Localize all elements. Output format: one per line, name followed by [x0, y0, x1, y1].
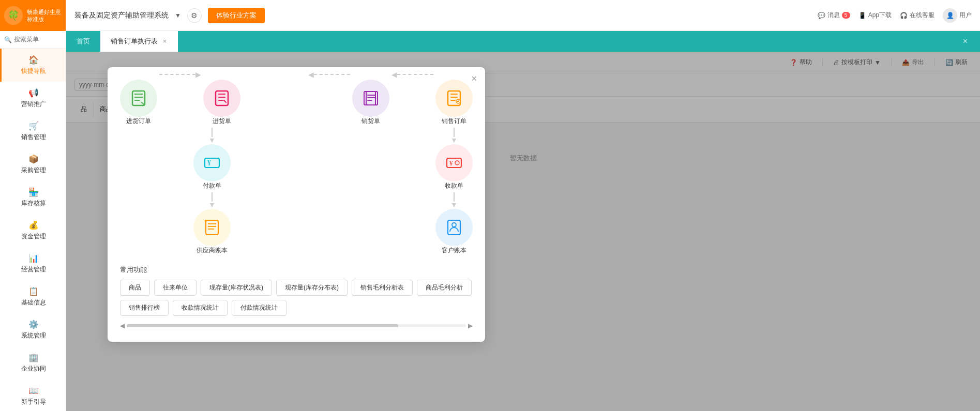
flow-diagram: 进货订单 ▶ — [120, 80, 473, 255]
sales-icon: 🛒 — [28, 121, 39, 131]
arrow-down-customer: ▼ — [435, 192, 473, 209]
tabbar: 首页 销售订单执行表 × × — [66, 31, 980, 52]
receipt-label: 收款单 — [445, 181, 463, 190]
flow-col-customer-ledger: 客户账本 — [435, 209, 473, 255]
scroll-right-btn[interactable]: ▶ — [468, 322, 473, 329]
receipt-icon[interactable]: ¥ — [435, 144, 473, 181]
btn-sales-profit[interactable]: 销售毛利分析表 — [352, 280, 413, 296]
payment-icon[interactable]: ¥ — [193, 144, 231, 181]
sidebar-item-enterprise[interactable]: 🏢 企业协同 — [0, 346, 66, 379]
online-service-btn[interactable]: 🎧 在线客服 — [900, 11, 934, 20]
sales-bill-label: 销货单 — [361, 117, 380, 126]
tab-home[interactable]: 首页 — [66, 31, 100, 52]
content-area: ❓ 帮助 🖨 按模板打印 ▼ 📤 导出 🔄 刷新 — [66, 52, 980, 411]
arrow-down-receipt: ▼ — [435, 128, 473, 144]
purchase-bill-icon[interactable] — [203, 80, 240, 117]
user-menu[interactable]: 👤 用户 — [943, 8, 972, 23]
topbar: 装备及固定资产辅助管理系统 ▼ ⚙ 体验行业方案 💬 消息 5 📱 App下载 … — [66, 0, 980, 31]
purchase-icon: 📦 — [28, 154, 39, 164]
svg-point-13 — [455, 161, 459, 165]
common-functions-title: 常用功能 — [120, 265, 473, 275]
flow-col-receipt: ¥ 收款单 — [435, 144, 473, 190]
customer-ledger-icon[interactable] — [435, 209, 473, 246]
scroll-left-btn[interactable]: ◀ — [120, 322, 125, 329]
purchase-bill-label: 进货单 — [213, 117, 231, 126]
svg-point-19 — [452, 223, 456, 227]
download-icon: 📱 — [858, 12, 866, 19]
modal-overlay: × 进货订单 — [66, 52, 980, 411]
home-icon: 🏠 — [28, 55, 39, 65]
supplier-ledger-label: 供应商账本 — [197, 246, 228, 255]
trial-btn[interactable]: 体验行业方案 — [208, 8, 265, 23]
sales-order-icon[interactable] — [435, 80, 473, 117]
sales-bill-icon[interactable] — [352, 80, 389, 117]
common-functions: 常用功能 商品 往来单位 现存量(库存状况表) 现存量(库存分布表) 销售毛利分… — [120, 265, 473, 316]
btn-sales-ranking[interactable]: 销售排行榜 — [120, 300, 169, 316]
sidebar-item-quick-nav[interactable]: 🏠 快捷导航 — [0, 49, 66, 82]
basic-info-icon: 📋 — [28, 286, 39, 296]
arrow-down-payment: ▼ — [193, 128, 231, 144]
customer-ledger-label: 客户账本 — [442, 246, 466, 255]
sidebar-item-new-user[interactable]: 📖 新手引导 — [0, 379, 66, 411]
enterprise-icon: 🏢 — [28, 353, 39, 362]
common-btns-row1: 商品 往来单位 现存量(库存状况表) 现存量(库存分布表) 销售毛利分析表 商品… — [120, 280, 473, 296]
modal-scrollbar: ◀ ▶ — [120, 322, 473, 329]
main-content: 装备及固定资产辅助管理系统 ▼ ⚙ 体验行业方案 💬 消息 5 📱 App下载 … — [66, 0, 980, 411]
svg-text:¥: ¥ — [207, 159, 211, 167]
sidebar-search[interactable]: 🔍 搜索菜单 — [0, 31, 66, 49]
message-icon: 💬 — [818, 12, 825, 19]
sidebar-item-sales[interactable]: 🛒 销售管理 — [0, 115, 66, 148]
svg-text:¥: ¥ — [449, 159, 453, 167]
btn-product-profit[interactable]: 商品毛利分析 — [417, 280, 472, 296]
new-user-icon: 📖 — [28, 386, 39, 395]
sidebar-item-basic-info[interactable]: 📋 基础信息 — [0, 280, 66, 313]
marketing-icon: 📢 — [28, 88, 39, 98]
scrollbar-track — [127, 324, 466, 327]
purchase-order-icon[interactable] — [120, 80, 157, 117]
sidebar-item-purchase[interactable]: 📦 采购管理 — [0, 148, 66, 181]
common-btns-row2: 销售排行榜 收款情况统计 付款情况统计 — [120, 300, 473, 316]
sidebar-item-finance[interactable]: 💰 资金管理 — [0, 214, 66, 247]
btn-counterpart[interactable]: 往来单位 — [154, 280, 197, 296]
btn-stock-status[interactable]: 现存量(库存状况表) — [201, 280, 272, 296]
logo-icon: 🍀 — [4, 6, 23, 25]
service-icon: 🎧 — [900, 12, 908, 19]
btn-payment-stats[interactable]: 付款情况统计 — [232, 300, 287, 316]
avatar: 👤 — [943, 8, 957, 23]
search-icon: 🔍 — [4, 36, 12, 43]
btn-product[interactable]: 商品 — [120, 280, 150, 296]
modal-close-btn[interactable]: × — [471, 73, 477, 84]
flow-col-sales-bill: 销货单 — [352, 80, 389, 126]
btn-receipt-stats[interactable]: 收款情况统计 — [173, 300, 228, 316]
sidebar: 🍀 畅康通好生意 标准版 🔍 搜索菜单 🏠 快捷导航 📢 营销推广 🛒 销售管理… — [0, 0, 66, 411]
flow-modal: × 进货订单 — [108, 67, 485, 342]
tab-sales-order-exec[interactable]: 销售订单执行表 × — [100, 31, 178, 52]
system-icon: ⚙️ — [28, 319, 39, 329]
system-name: 装备及固定资产辅助管理系统 — [74, 11, 169, 20]
sidebar-item-operations[interactable]: 📊 经营管理 — [0, 247, 66, 280]
scrollbar-thumb[interactable] — [127, 324, 398, 327]
app-download-btn[interactable]: 📱 App下载 — [858, 11, 892, 20]
flow-col-purchase-bill: 进货单 — [203, 80, 240, 126]
purchase-order-label: 进货订单 — [126, 117, 151, 126]
arrow-down-supplier: ▼ — [193, 192, 231, 209]
message-btn[interactable]: 💬 消息 5 — [818, 11, 850, 20]
settings-icon[interactable]: ⚙ — [187, 8, 202, 23]
supplier-ledger-icon[interactable] — [193, 209, 231, 246]
flow-col-sales-order: 销售订单 — [435, 80, 473, 126]
tab-close-btn[interactable]: × — [162, 37, 168, 46]
flow-col-purchase-order: 进货订单 — [120, 80, 157, 126]
sidebar-item-marketing[interactable]: 📢 营销推广 — [0, 82, 66, 115]
topbar-right: 💬 消息 5 📱 App下载 🎧 在线客服 👤 用户 — [818, 8, 972, 23]
tab-bar-close[interactable]: × — [963, 37, 974, 46]
logo-text: 畅康通好生意 标准版 — [27, 8, 61, 23]
btn-stock-dist[interactable]: 现存量(库存分布表) — [276, 280, 348, 296]
operations-icon: 📊 — [28, 253, 39, 263]
sidebar-item-inventory[interactable]: 🏪 库存核算 — [0, 181, 66, 214]
topbar-dropdown[interactable]: ▼ — [175, 12, 181, 19]
flow-col-payment: ¥ 付款单 — [193, 144, 231, 190]
svg-rect-4 — [216, 91, 228, 105]
sidebar-item-system[interactable]: ⚙️ 系统管理 — [0, 313, 66, 346]
message-badge: 5 — [842, 12, 850, 19]
sales-order-label: 销售订单 — [442, 117, 466, 126]
